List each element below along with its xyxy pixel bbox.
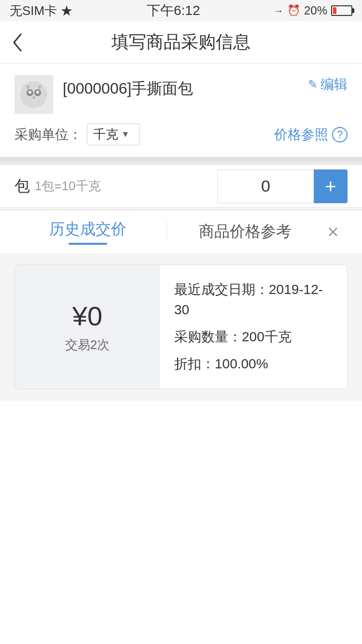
purchase-qty-value: 200千克 [242,329,292,344]
close-icon: × [327,221,338,243]
svg-point-0 [20,81,47,108]
tab-product-price[interactable]: 商品价格参考 [172,210,319,253]
quantity-controls: 0 + [217,169,348,203]
section-divider [0,157,362,165]
price-number: 0 [87,301,102,331]
discount-value: 100.00% [215,356,268,371]
product-name: [0000006]手撕面包 [63,75,193,99]
quantity-unit-name: 包 [14,176,30,197]
purchase-qty-label: 采购数量： [174,329,242,344]
price-ref-help-icon: ? [332,127,348,142]
battery-icon [331,5,352,16]
tab-product-label: 商品价格参考 [199,221,292,242]
quantity-value: 0 [261,177,270,196]
back-icon [12,33,23,52]
price-ref-label: 价格参照 [274,126,328,144]
tab-history-label: 历史成交价 [49,219,126,240]
quantity-input[interactable]: 0 [217,169,314,203]
quantity-increment-button[interactable]: + [314,169,348,203]
edit-label: 编辑 [320,75,348,94]
svg-point-4 [36,91,39,94]
history-content: ¥0 交易2次 最近成交日期：2019-12-30 采购数量：200千克 折扣：… [0,253,362,401]
history-card: ¥0 交易2次 最近成交日期：2019-12-30 采购数量：200千克 折扣：… [14,265,348,389]
time-display: 下午6:12 [147,1,200,20]
history-price-section: ¥0 交易2次 [15,265,160,389]
discount: 折扣：100.00% [174,354,333,374]
battery-percent: 20% [304,4,327,17]
price-reference-button[interactable]: 价格参照 ? [274,126,348,144]
carrier-text: 无SIM卡 ★ [10,2,73,19]
dropdown-arrow-icon: ▼ [121,129,130,140]
back-button[interactable] [12,33,23,52]
tab-close-button[interactable]: × [319,217,348,246]
currency-symbol: ¥ [72,301,87,331]
edit-icon: ✎ [308,78,318,91]
product-section: [0000006]手撕面包 ✎ 编辑 采购单位： 千克 ▼ 价格参照 ? [0,64,362,157]
unit-select-dropdown[interactable]: 千克 ▼ [87,124,140,145]
product-footer: 采购单位： 千克 ▼ 价格参照 ? [14,124,348,145]
product-thumbnail [14,75,53,114]
location-icon: → [274,5,283,16]
last-transaction-date: 最近成交日期：2019-12-30 [174,280,333,320]
unit-value: 千克 [93,126,118,143]
discount-label: 折扣： [174,356,215,371]
product-header: [0000006]手撕面包 ✎ 编辑 [14,75,348,114]
history-details-section: 最近成交日期：2019-12-30 采购数量：200千克 折扣：100.00% [160,265,347,389]
product-left: [0000006]手撕面包 [14,75,193,114]
purchase-quantity: 采购数量：200千克 [174,327,333,347]
quantity-section: 包 1包=10千克 0 + [0,165,362,208]
alarm-icon: ⏰ [287,4,300,17]
unit-label: 采购单位： [14,126,82,144]
nav-bar: 填写商品采购信息 [0,21,362,64]
tab-active-indicator [69,243,107,245]
plus-icon: + [325,177,336,196]
tab-separator [167,222,167,241]
quantity-label: 包 1包=10千克 [14,176,101,197]
page-title: 填写商品采购信息 [111,30,251,54]
last-date-label: 最近成交日期： [174,282,269,297]
status-right: → ⏰ 20% [274,4,352,17]
empty-area [0,401,362,644]
unit-row: 采购单位： 千克 ▼ [14,124,140,145]
edit-button[interactable]: ✎ 编辑 [308,75,348,94]
history-price-value: ¥0 [72,300,102,332]
quantity-unit-info: 1包=10千克 [35,178,101,195]
tab-section: 历史成交价 商品价格参考 × [0,210,362,253]
tab-history-price[interactable]: 历史成交价 [14,210,162,253]
status-bar: 无SIM卡 ★ 下午6:12 → ⏰ 20% [0,0,362,21]
svg-point-3 [28,91,31,94]
transaction-count: 交易2次 [65,336,110,353]
tab-bar: 历史成交价 商品价格参考 × [0,210,362,253]
